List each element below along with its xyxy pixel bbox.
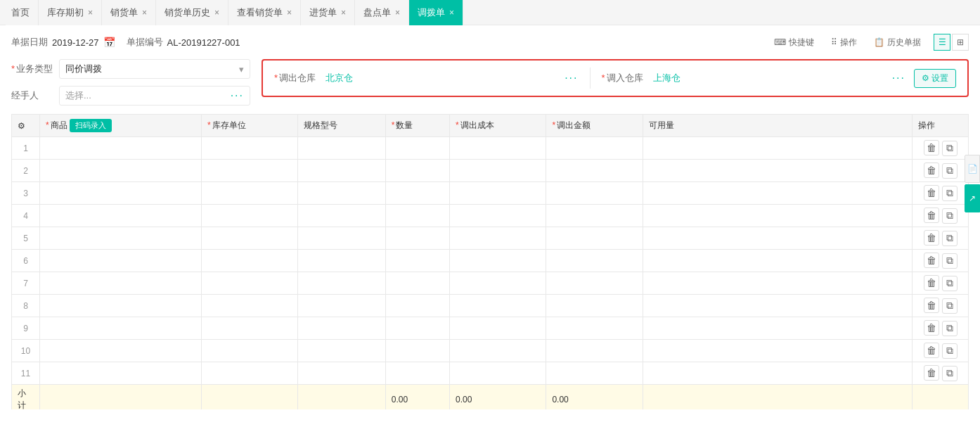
shortcut-btn[interactable]: ⌨ 快捷键 — [770, 35, 818, 50]
tab-item-sales-history[interactable]: 销货单历史× — [156, 0, 228, 25]
cell-avail-5[interactable] — [643, 227, 912, 250]
tab-close-transfer[interactable]: × — [449, 8, 454, 18]
cell-goods-3[interactable] — [40, 182, 202, 205]
cell-amount-5[interactable] — [546, 227, 643, 250]
cell-amount-4[interactable] — [546, 205, 643, 227]
cell-cost-10[interactable] — [450, 340, 546, 362]
cell-qty-5[interactable] — [385, 227, 449, 250]
cell-cost-1[interactable] — [450, 137, 546, 160]
cell-cost-6[interactable] — [450, 250, 546, 272]
cell-avail-10[interactable] — [643, 340, 912, 362]
cell-spec-7[interactable] — [298, 272, 386, 295]
cell-goods-1[interactable] — [40, 137, 202, 160]
delete-btn-6[interactable]: 🗑 — [924, 253, 939, 268]
handler-select[interactable]: 选择... ··· — [59, 86, 250, 106]
th-settings[interactable]: ⚙ — [12, 115, 40, 137]
cell-qty-9[interactable] — [385, 317, 449, 340]
delete-btn-9[interactable]: 🗑 — [924, 320, 939, 336]
in-warehouse-more-btn[interactable]: ··· — [892, 72, 905, 84]
cell-goods-10[interactable] — [40, 340, 202, 362]
delete-btn-3[interactable]: 🗑 — [924, 185, 939, 200]
cell-avail-7[interactable] — [643, 272, 912, 295]
cell-unit-11[interactable] — [201, 362, 297, 385]
out-warehouse-more-btn[interactable]: ··· — [565, 72, 578, 84]
delete-btn-8[interactable]: 🗑 — [924, 298, 939, 313]
tab-item-init-stock[interactable]: 库存期初× — [39, 0, 102, 25]
tab-close-sales-history[interactable]: × — [214, 8, 219, 18]
cell-cost-9[interactable] — [450, 317, 546, 340]
cell-cost-11[interactable] — [450, 362, 546, 385]
delete-btn-1[interactable]: 🗑 — [924, 140, 939, 155]
cell-unit-8[interactable] — [201, 295, 297, 317]
cell-goods-7[interactable] — [40, 272, 202, 295]
cell-spec-1[interactable] — [298, 137, 386, 160]
delete-btn-11[interactable]: 🗑 — [924, 365, 939, 381]
cell-amount-7[interactable] — [546, 272, 643, 295]
cell-qty-6[interactable] — [385, 250, 449, 272]
delete-btn-2[interactable]: 🗑 — [924, 163, 939, 178]
calendar-icon[interactable]: 📅 — [103, 37, 115, 48]
cell-spec-9[interactable] — [298, 317, 386, 340]
cell-spec-10[interactable] — [298, 340, 386, 362]
cell-unit-5[interactable] — [201, 227, 297, 250]
cell-avail-3[interactable] — [643, 182, 912, 205]
copy-btn-11[interactable]: ⧉ — [942, 366, 958, 381]
delete-btn-7[interactable]: 🗑 — [924, 275, 939, 291]
copy-btn-4[interactable]: ⧉ — [942, 208, 958, 224]
cell-cost-8[interactable] — [450, 295, 546, 317]
cell-amount-11[interactable] — [546, 362, 643, 385]
cell-avail-1[interactable] — [643, 137, 912, 160]
cell-spec-3[interactable] — [298, 182, 386, 205]
panel-btn-export[interactable]: ↗ — [965, 184, 980, 212]
cell-qty-11[interactable] — [385, 362, 449, 385]
cell-spec-4[interactable] — [298, 205, 386, 227]
cell-spec-8[interactable] — [298, 295, 386, 317]
tab-close-inventory[interactable]: × — [395, 8, 400, 18]
tab-close-sales-order[interactable]: × — [142, 8, 147, 18]
cell-qty-1[interactable] — [385, 137, 449, 160]
cell-goods-2[interactable] — [40, 160, 202, 182]
cell-unit-7[interactable] — [201, 272, 297, 295]
cell-unit-10[interactable] — [201, 340, 297, 362]
biz-type-arrow[interactable]: ▾ — [239, 64, 244, 75]
cell-goods-6[interactable] — [40, 250, 202, 272]
cell-cost-3[interactable] — [450, 182, 546, 205]
cell-amount-1[interactable] — [546, 137, 643, 160]
cell-avail-9[interactable] — [643, 317, 912, 340]
cell-qty-3[interactable] — [385, 182, 449, 205]
copy-btn-5[interactable]: ⧉ — [942, 231, 958, 246]
cell-cost-2[interactable] — [450, 160, 546, 182]
cell-avail-11[interactable] — [643, 362, 912, 385]
cell-cost-5[interactable] — [450, 227, 546, 250]
cell-qty-8[interactable] — [385, 295, 449, 317]
copy-btn-1[interactable]: ⧉ — [942, 141, 958, 156]
cell-amount-9[interactable] — [546, 317, 643, 340]
copy-btn-7[interactable]: ⧉ — [942, 276, 958, 291]
copy-btn-2[interactable]: ⧉ — [942, 163, 958, 179]
operations-btn[interactable]: ⠿ 操作 — [827, 35, 861, 50]
tab-item-view-sales[interactable]: 查看销货单× — [228, 0, 301, 25]
copy-btn-8[interactable]: ⧉ — [942, 298, 958, 314]
tab-close-purchase-order[interactable]: × — [341, 8, 346, 18]
handler-more-btn[interactable]: ··· — [231, 89, 244, 102]
delete-btn-10[interactable]: 🗑 — [924, 343, 939, 358]
tab-item-purchase-order[interactable]: 进货单× — [301, 0, 355, 25]
tab-close-init-stock[interactable]: × — [88, 8, 93, 18]
delete-btn-4[interactable]: 🗑 — [924, 208, 939, 223]
copy-btn-9[interactable]: ⧉ — [942, 321, 958, 336]
cell-goods-9[interactable] — [40, 317, 202, 340]
cell-cost-4[interactable] — [450, 205, 546, 227]
cell-unit-6[interactable] — [201, 250, 297, 272]
cell-amount-3[interactable] — [546, 182, 643, 205]
cell-unit-9[interactable] — [201, 317, 297, 340]
cell-goods-8[interactable] — [40, 295, 202, 317]
cell-unit-1[interactable] — [201, 137, 297, 160]
cell-spec-5[interactable] — [298, 227, 386, 250]
copy-btn-3[interactable]: ⧉ — [942, 186, 958, 201]
cell-amount-2[interactable] — [546, 160, 643, 182]
cell-spec-2[interactable] — [298, 160, 386, 182]
cell-amount-8[interactable] — [546, 295, 643, 317]
cell-qty-2[interactable] — [385, 160, 449, 182]
warehouse-settings-btn[interactable]: ⚙ 设置 — [914, 69, 956, 88]
delete-btn-5[interactable]: 🗑 — [924, 230, 939, 246]
